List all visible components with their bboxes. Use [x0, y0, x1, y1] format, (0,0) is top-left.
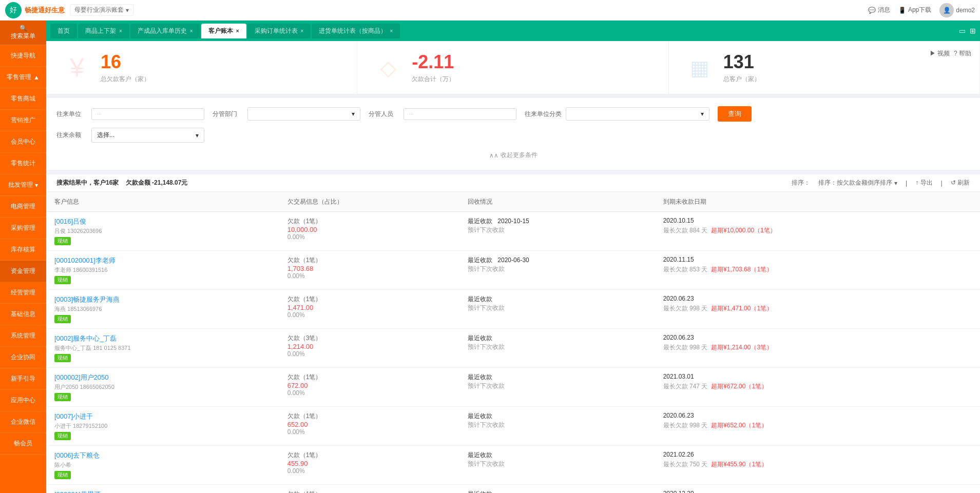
overdue-amount-link[interactable]: 超期¥455.90（1笔） [711, 461, 767, 468]
debt-cell: 欠款（1笔） 1,703.68 0.00% [279, 251, 460, 290]
sidebar-item-quick-nav[interactable]: 快捷导航 [0, 45, 46, 67]
recovery-cell: 最近收款 预计下次收款 [459, 407, 655, 446]
table-row: [0001020001]李老师 李老师 18600391516 现销 欠款（1笔… [46, 251, 980, 290]
sidebar-item-retail-mgmt[interactable]: 零售管理 ▲ [0, 67, 46, 88]
tab-home[interactable]: 首页 [50, 24, 77, 38]
sidebar-item-ecommerce[interactable]: 电商管理 [0, 196, 46, 218]
debt-cell: 欠款（1笔） 455.90 0.00% [279, 446, 460, 485]
table-row: [000001]黄思源 黄思源 13552700226 现销 欠款（1笔） 42… [46, 485, 980, 494]
overdue-amount-link[interactable]: 超期¥672.00（1笔） [711, 383, 767, 390]
close-icon[interactable]: × [236, 28, 239, 34]
user-avatar[interactable]: 👤 demo2 [939, 3, 975, 17]
customer-name-link[interactable]: [0001020001]李老师 [54, 256, 271, 265]
app-download-button[interactable]: 📱 App下载 [898, 6, 931, 14]
sidebar-item-retail-mall[interactable]: 零售商城 [0, 88, 46, 110]
customer-cell: [000001]黄思源 黄思源 13552700226 现销 [46, 485, 279, 494]
sidebar-item-wholesale[interactable]: 批发管理 ▾ [0, 174, 46, 196]
filter-row-1: 往来单位 ··· 分管部门 ▾ [56, 106, 970, 122]
refresh-button[interactable]: ↺ 刷新 [951, 179, 970, 187]
customer-name-link[interactable]: [000001]黄思源 [54, 490, 271, 493]
top-bar: 好 畅捷通好生意 母婴行业演示账套 ▾ 💬 消息 📱 App下载 👤 demo2 [0, 0, 980, 21]
chevron-up-icon: ∧∧ [489, 152, 498, 159]
tab-inbound-stats[interactable]: 进货单统计表（按商品） × [312, 24, 400, 38]
table-row: [0003]畅捷服务尹海燕 海燕 18513066976 现销 欠款（1笔） 1… [46, 290, 980, 329]
sidebar-item-operations[interactable]: 经营管理 [0, 282, 46, 304]
sidebar-item-newbie[interactable]: 新手引导 [0, 368, 46, 390]
customer-name-link[interactable]: [000002]用户2050 [54, 373, 271, 382]
sidebar-item-inventory[interactable]: 库存核算 [0, 239, 46, 261]
tab-customer-ledger[interactable]: 客户账本 × [201, 24, 246, 38]
sort-button[interactable]: 排序：按欠款金额倒序排序 ▾ [818, 179, 897, 187]
stat-card-actions: ▶ 视频 ? 帮助 [930, 49, 971, 58]
customer-name-link[interactable]: [0003]畅捷服务尹海燕 [54, 295, 271, 304]
chevron-down-icon: ▾ [352, 110, 355, 117]
unit-category-select[interactable]: ▾ [566, 107, 709, 121]
due-date-cell: 2020.12.30 最长欠款 808 天 超期¥429.00（1笔） [655, 485, 980, 494]
export-button[interactable]: ↑ 导出 [915, 179, 932, 187]
customer-name-link[interactable]: [0002]服务中心_丁磊 [54, 334, 271, 343]
sidebar-item-purchase[interactable]: 采购管理 [0, 218, 46, 239]
search-button[interactable]: 查询 [718, 106, 752, 122]
minimize-icon[interactable]: ▭ [959, 27, 966, 35]
table-row: [000002]用户2050 用户2050 18665062050 现销 欠款（… [46, 368, 980, 407]
sidebar-item-member[interactable]: 会员中心 [0, 131, 46, 153]
content-area: 首页 商品上下架 × 产成品入库单历史 × 客户账本 × 采购订单统计表 × [46, 21, 980, 493]
sidebar-item-retail-stats[interactable]: 零售统计 [0, 153, 46, 174]
debt-amount: 1,214.00 [287, 343, 452, 350]
org-selector[interactable]: 母婴行业演示账套 ▾ [70, 4, 133, 16]
dept-select[interactable]: ▾ [247, 107, 360, 121]
debt-count: 欠款（3笔） [287, 334, 452, 343]
customer-name-link[interactable]: [0006]去下粮仓 [54, 451, 271, 460]
tab-finished-goods[interactable]: 产成品入库单历史 × [130, 24, 200, 38]
close-icon[interactable]: × [301, 28, 304, 34]
sidebar-item-member-plus[interactable]: 畅会员 [0, 433, 46, 455]
overdue-days: 最长欠款 853 天 [663, 266, 709, 273]
filter-area: 往来单位 ··· 分管部门 ▾ [46, 98, 980, 170]
customer-name-link[interactable]: [0016]吕俊 [54, 217, 271, 226]
overdue-days: 最长欠款 884 天 [663, 227, 709, 234]
quick-nav-label: 快捷导航 [4, 51, 42, 60]
sidebar-item-finance[interactable]: 资金管理 [0, 261, 46, 282]
overdue-amount-link[interactable]: 超期¥1,471.00（1笔） [711, 305, 773, 312]
debt-count: 欠款（1笔） [287, 256, 452, 265]
unit-input[interactable]: ··· [91, 108, 204, 120]
sidebar-item-basic-info[interactable]: 基础信息 [0, 304, 46, 325]
logo-icon: 好 [5, 2, 22, 18]
debt-count: 欠款（1笔） [287, 295, 452, 304]
close-icon[interactable]: × [119, 28, 122, 34]
debt-percent: 0.00% [287, 311, 452, 319]
search-menu-button[interactable]: 🔍 搜索菜单 [0, 21, 46, 45]
customer-name-link[interactable]: [0007]小进干 [54, 412, 271, 421]
message-button[interactable]: 💬 消息 [868, 6, 890, 14]
overdue-amount-link[interactable]: 超期¥1,214.00（3笔） [711, 344, 773, 351]
customer-meta: 小进干 18279152100 [54, 422, 271, 430]
overdue-amount-link[interactable]: 超期¥10,000.00（1笔） [711, 227, 776, 234]
sidebar-item-apps[interactable]: 应用中心 [0, 390, 46, 411]
overdue-amount-link[interactable]: 超期¥652.00（1笔） [711, 422, 767, 429]
help-button[interactable]: ? 帮助 [954, 49, 971, 58]
balance-select[interactable]: 选择... ▾ [91, 128, 204, 143]
filter-person: 分管人员 ··· [369, 108, 516, 120]
debt-cell: 欠款（1笔） 1,471.00 0.00% [279, 290, 460, 329]
due-date: 2021.03.01 [663, 373, 972, 380]
tab-purchase-stats[interactable]: 采购订单统计表 × [247, 24, 311, 38]
close-icon[interactable]: × [390, 28, 393, 34]
overdue-amount-link[interactable]: 超期¥1,703.68（1笔） [711, 266, 773, 273]
debt-cell: 欠款（1笔） 10,000.00 0.00% [279, 212, 460, 251]
video-button[interactable]: ▶ 视频 [930, 49, 950, 58]
due-date: 2020.11.15 [663, 256, 972, 263]
sidebar-item-system[interactable]: 系统管理 [0, 325, 46, 347]
tab-product-listing[interactable]: 商品上下架 × [78, 24, 129, 38]
maximize-icon[interactable]: ⊞ [970, 27, 976, 35]
sidebar-item-wechat[interactable]: 企业微信 [0, 411, 46, 433]
collapse-button[interactable]: ∧∧ 收起更多条件 [489, 151, 537, 160]
due-date-cell: 2020.06.23 最长欠款 998 天 超期¥652.00（1笔） [655, 407, 980, 446]
debt-customers-label: 总欠款客户（家） [101, 75, 150, 84]
person-input[interactable]: ··· [403, 108, 516, 120]
close-icon[interactable]: × [190, 28, 193, 34]
sidebar-item-marketing[interactable]: 营销推广 [0, 110, 46, 131]
customer-meta: 陈小希 [54, 461, 271, 469]
sidebar-item-enterprise[interactable]: 企业协同 [0, 347, 46, 368]
result-bar: 搜索结果中，客户16家 欠款金额 -21,148.07元 排序： 排序：按欠款金… [46, 174, 980, 191]
stat-card-debt-customers: ¥ 16 总欠款客户（家） [46, 41, 357, 94]
